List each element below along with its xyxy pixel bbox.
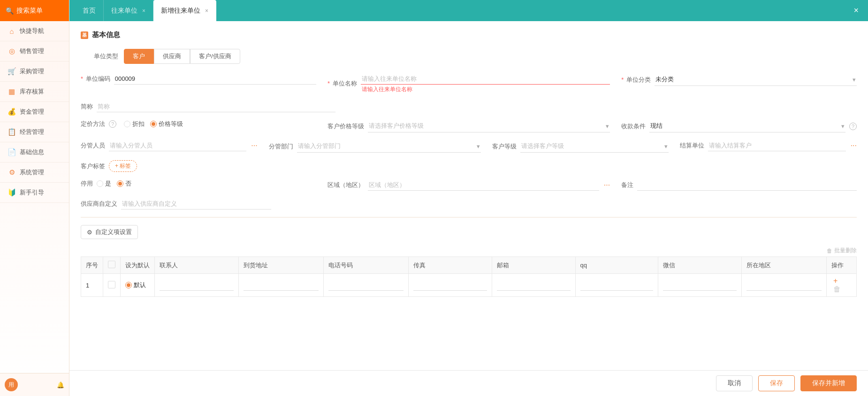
- region-dots-btn[interactable]: ···: [604, 181, 610, 189]
- settlement-dots-btn[interactable]: ···: [851, 141, 857, 150]
- tab-new-counterparty-close[interactable]: ×: [205, 8, 208, 14]
- row-default-radio[interactable]: 默认: [125, 281, 150, 289]
- sidebar-item-label: 基础信息: [20, 148, 44, 156]
- cell-fax[interactable]: [408, 274, 492, 297]
- field-unit-name: * 单位名称 请输入往来单位名称: [327, 73, 610, 93]
- th-default: 设为默认: [121, 257, 155, 274]
- unit-type-label: 单位类型: [81, 52, 118, 61]
- remark-input[interactable]: [637, 179, 857, 191]
- header-checkbox[interactable]: [108, 261, 115, 268]
- wechat-input[interactable]: [663, 280, 737, 291]
- customer-price-level-select[interactable]: 请选择客户价格等级 ▾: [368, 120, 610, 132]
- department-select[interactable]: 请输入分管部门 ▾: [297, 140, 481, 153]
- sidebar-item-label: 经营管理: [20, 128, 44, 136]
- tab-counterparty-close[interactable]: ×: [142, 8, 145, 14]
- form-content: 基 基本信息 单位类型 客户 供应商 客户/供应商 * 单位编码: [69, 21, 868, 370]
- manager-dots-btn[interactable]: ···: [251, 141, 257, 150]
- manager-input[interactable]: [109, 140, 246, 151]
- type-btn-supplier[interactable]: 供应商: [154, 49, 190, 64]
- sidebar-item-sales[interactable]: ◎ 销售管理: [0, 41, 69, 62]
- radio-discount[interactable]: 折扣: [124, 120, 145, 128]
- contact-input[interactable]: [160, 280, 234, 291]
- cell-qq[interactable]: [575, 274, 658, 297]
- tab-counterparty-label: 往来单位: [111, 7, 137, 15]
- supplier-custom-input[interactable]: [121, 198, 271, 210]
- address-input[interactable]: [244, 280, 319, 291]
- radio-price-level-circle: [150, 121, 157, 127]
- qq-input[interactable]: [580, 280, 654, 291]
- th-email: 邮箱: [492, 257, 575, 274]
- cell-contact[interactable]: [155, 274, 239, 297]
- radio-no-circle: [117, 180, 123, 187]
- add-row-btn[interactable]: +: [831, 277, 839, 285]
- region-input[interactable]: [368, 179, 599, 191]
- short-name-input[interactable]: [97, 101, 335, 112]
- cell-checkbox: [103, 274, 121, 297]
- pricing-help-icon[interactable]: ?: [109, 120, 116, 128]
- field-remark: 备注: [621, 179, 857, 191]
- cell-wechat[interactable]: [658, 274, 742, 297]
- price-level-arrow-icon: ▾: [606, 123, 609, 130]
- form-row-2: 简称: [81, 101, 857, 112]
- type-btn-both[interactable]: 客户/供应商: [190, 49, 240, 64]
- cell-address[interactable]: [239, 274, 324, 297]
- radio-yes[interactable]: 是: [97, 179, 111, 188]
- section-title-icon: 基: [81, 31, 88, 39]
- radio-no[interactable]: 否: [117, 179, 131, 188]
- sidebar-item-guide[interactable]: 🔰 新手引导: [0, 183, 69, 203]
- row-region-input[interactable]: [746, 280, 822, 291]
- inventory-icon: ▦: [8, 87, 16, 96]
- cell-phone[interactable]: [323, 274, 408, 297]
- cell-default: 默认: [121, 274, 155, 297]
- unit-code-label: * 单位编码: [81, 75, 110, 83]
- sidebar-item-quicknav[interactable]: ⌂ 快捷导航: [0, 21, 69, 41]
- field-region: 区域（地区） ···: [327, 179, 610, 191]
- field-manager: 分管人员 ···: [81, 140, 258, 151]
- tab-home[interactable]: 首页: [75, 0, 104, 21]
- finance-icon: 💰: [8, 108, 16, 116]
- type-btn-customer[interactable]: 客户: [124, 49, 154, 64]
- ops-icon: 📋: [8, 128, 16, 136]
- tab-counterparty[interactable]: 往来单位 ×: [104, 0, 153, 21]
- sidebar-item-label: 新手引导: [20, 188, 44, 197]
- sidebar-item-basic[interactable]: 📄 基础信息: [0, 142, 69, 163]
- customer-level-select[interactable]: 请选择客户等级 ▾: [520, 140, 669, 153]
- tag-add-button[interactable]: + 标签: [109, 160, 137, 172]
- form-row-3: 定价方法 ? 折扣 价格等级: [81, 120, 857, 132]
- unit-category-select[interactable]: 未分类 ▾: [655, 73, 857, 86]
- cancel-button[interactable]: 取消: [716, 375, 753, 391]
- cell-region[interactable]: [742, 274, 827, 297]
- field-supplier-custom: 供应商自定义: [81, 198, 272, 210]
- sidebar-item-purchase[interactable]: 🛒 采购管理: [0, 62, 69, 82]
- settlement-unit-input[interactable]: [708, 140, 845, 151]
- sidebar-item-inventory[interactable]: ▦ 库存核算: [0, 82, 69, 102]
- unit-code-input[interactable]: [114, 73, 316, 85]
- window-close-btn[interactable]: ×: [850, 6, 862, 16]
- save-new-button[interactable]: 保存并新增: [800, 375, 857, 391]
- form-row-7: 供应商自定义: [81, 198, 857, 210]
- payment-help-icon[interactable]: ?: [849, 123, 857, 130]
- fax-input[interactable]: [413, 280, 487, 291]
- radio-price-level[interactable]: 价格等级: [150, 120, 183, 128]
- email-input[interactable]: [497, 280, 571, 291]
- unit-name-input[interactable]: [361, 73, 610, 85]
- sidebar-item-finance[interactable]: 💰 资金管理: [0, 102, 69, 122]
- sidebar-item-system[interactable]: ⚙ 系统管理: [0, 163, 69, 183]
- field-settlement-unit: 结算单位 ···: [680, 140, 857, 151]
- sidebar-item-label: 快捷导航: [20, 27, 44, 35]
- search-menu-btn[interactable]: 🔍 搜索菜单: [0, 0, 69, 21]
- row-checkbox[interactable]: [108, 281, 115, 288]
- custom-settings-btn[interactable]: ⚙ 自定义项设置: [81, 225, 138, 239]
- save-button[interactable]: 保存: [758, 375, 795, 391]
- sidebar-item-ops[interactable]: 📋 经营管理: [0, 122, 69, 142]
- th-checkbox: [103, 257, 121, 274]
- delete-row-btn[interactable]: 🗑: [831, 285, 843, 294]
- system-icon: ⚙: [8, 168, 16, 177]
- phone-input[interactable]: [328, 280, 404, 291]
- tab-new-counterparty[interactable]: 新增往来单位 ×: [153, 0, 216, 21]
- cell-email[interactable]: [492, 274, 575, 297]
- sidebar-item-label: 销售管理: [20, 47, 44, 55]
- tab-home-label: 首页: [83, 7, 96, 15]
- payment-terms-select[interactable]: 现结 ▾: [649, 120, 845, 132]
- pricing-method-label: 定价方法: [81, 120, 105, 128]
